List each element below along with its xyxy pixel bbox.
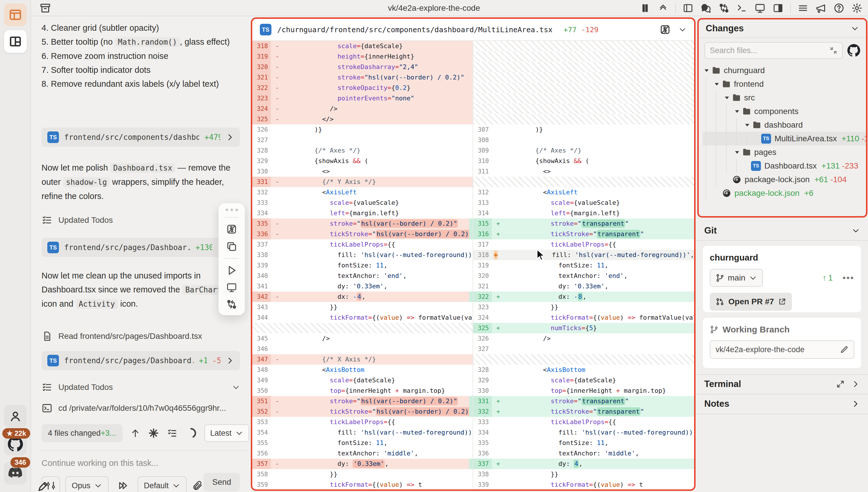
- caret-down-icon[interactable]: [744, 122, 751, 128]
- git-compare-icon[interactable]: [718, 2, 730, 14]
- diff-line: 339 fontSize: 11,: [252, 260, 473, 271]
- diff-line: 338 }}: [473, 469, 694, 479]
- workspace-tab-button[interactable]: [4, 3, 27, 26]
- account-button[interactable]: [4, 405, 27, 427]
- panel-left-icon[interactable]: [682, 2, 694, 14]
- tree-file-Dashboard.tsx[interactable]: TSDashboard.tsx+131 -233: [703, 159, 866, 173]
- drag-dots-icon[interactable]: [226, 208, 238, 211]
- monitor-icon[interactable]: [754, 2, 766, 14]
- caret-down-icon[interactable]: [723, 94, 731, 101]
- caret-down-icon[interactable]: [713, 81, 721, 88]
- chevron-down-icon[interactable]: [851, 24, 859, 32]
- updated-todos-row[interactable]: Updated Todos: [42, 382, 240, 393]
- arrow-up-icon[interactable]: [130, 427, 141, 439]
- caret-down-icon[interactable]: [733, 108, 741, 115]
- file-change-chip[interactable]: TS frontend/src/components/dashboa... +4…: [42, 128, 240, 147]
- terminal-command-row[interactable]: cd /private/var/folders/10/h7w0q46556ggr…: [42, 403, 240, 414]
- tree-folder-pages[interactable]: pages: [703, 145, 866, 159]
- version-dropdown[interactable]: Latest: [204, 424, 249, 442]
- send-button[interactable]: Send: [204, 473, 240, 491]
- floating-toolbar[interactable]: [218, 203, 245, 315]
- terminal-section-header[interactable]: Terminal: [696, 375, 868, 393]
- notes-section-header[interactable]: Notes: [696, 395, 868, 413]
- todo-list-icon[interactable]: [167, 427, 178, 439]
- line-number: 354: [252, 427, 271, 438]
- board-tab-button[interactable]: [4, 30, 27, 53]
- diff-line: 318- scale={dateScale}: [252, 41, 473, 51]
- model-dropdown[interactable]: Opus: [65, 476, 109, 492]
- mode-dropdown[interactable]: Default: [138, 476, 187, 492]
- diff-stats: +77 -129: [563, 26, 598, 34]
- chat-bubbles-icon[interactable]: [700, 2, 712, 14]
- message-input[interactable]: Continue working on this task...: [42, 458, 240, 468]
- paperclip-icon[interactable]: [192, 480, 204, 491]
- panel-right-icon[interactable]: [772, 2, 784, 14]
- tree-folder-components[interactable]: components: [703, 104, 866, 118]
- inline-code: Activity: [76, 299, 118, 309]
- terminal-icon[interactable]: [736, 2, 748, 14]
- github-button[interactable]: ★ 22k: [4, 433, 27, 456]
- more-options-button[interactable]: •••: [842, 273, 854, 283]
- help-icon[interactable]: [833, 2, 845, 14]
- copy-icon[interactable]: [226, 241, 237, 252]
- tree-item-label: src: [744, 93, 755, 102]
- typescript-icon: TS: [751, 161, 761, 171]
- tree-item-label: frontend: [734, 79, 764, 89]
- assistant-todo-list: 4. Cleaner grid (subtler opacity)5. Bett…: [42, 21, 240, 91]
- collapse-icon[interactable]: [829, 46, 838, 54]
- collapse-up-icon[interactable]: [657, 2, 669, 14]
- chevron-right-icon[interactable]: [851, 380, 860, 389]
- caret-down-icon[interactable]: [703, 67, 710, 74]
- pause-icon[interactable]: [639, 2, 651, 14]
- kanban-icon: [9, 35, 22, 48]
- tree-folder-frontend[interactable]: frontend: [703, 77, 866, 91]
- diff-marker: +: [492, 293, 505, 300]
- tree-folder-dashboard[interactable]: dashboard: [703, 118, 866, 132]
- diff-line: 324 tickFormat={(value) => formatValue(v…: [473, 313, 694, 323]
- branch-dropdown[interactable]: main: [710, 269, 763, 287]
- tree-file-MultiLineArea.tsx[interactable]: TSMultiLineArea.tsx+110 -162: [703, 132, 866, 145]
- pencil-icon[interactable]: [840, 345, 848, 354]
- expand-icon[interactable]: [836, 380, 845, 389]
- git-compare-icon[interactable]: [226, 299, 237, 310]
- diff-line: 354 fill: 'hsl(var(--muted-foreground))'…: [252, 427, 473, 438]
- tree-folder-churnguard[interactable]: churnguard: [703, 64, 866, 77]
- open-pr-button[interactable]: Open PR #7: [710, 293, 792, 311]
- ahead-count: ↑1: [822, 273, 833, 282]
- chevron-right-icon[interactable]: [851, 399, 860, 408]
- diff-line: 331+ stroke="transparent": [473, 396, 694, 407]
- play-icon[interactable]: [226, 265, 237, 276]
- chevron-down-icon[interactable]: [678, 26, 686, 34]
- monitor-icon[interactable]: [226, 282, 237, 293]
- line-number: 329: [473, 375, 492, 386]
- tree-file-package-lock.json[interactable]: package-lock.json+61 -104: [703, 173, 866, 186]
- tree-file-package-lock.json[interactable]: package-lock.json+6: [703, 186, 866, 200]
- megaphone-icon[interactable]: [815, 2, 827, 14]
- file-change-chip[interactable]: TS frontend/src/pages/Dashboar... +130 -…: [42, 238, 240, 257]
- chevron-down-icon[interactable]: [232, 383, 240, 391]
- diff-view-icon[interactable]: [659, 24, 671, 35]
- pen-icon[interactable]: [37, 480, 50, 492]
- fast-forward-button[interactable]: [114, 476, 132, 492]
- file-change-chip[interactable]: TS frontend/src/pages/Dashboard.tsx +1 -…: [42, 351, 240, 370]
- diff-file-icon[interactable]: [226, 223, 237, 235]
- spark-icon[interactable]: [148, 427, 159, 439]
- github-icon[interactable]: [847, 44, 860, 57]
- add-comment-button[interactable]: +: [493, 250, 498, 260]
- discord-button[interactable]: 346: [4, 462, 27, 485]
- settings-icon[interactable]: [851, 2, 863, 14]
- line-number: 336: [252, 229, 271, 239]
- diff-line: 329 scale={dateScale}: [473, 375, 694, 386]
- working-branch-input[interactable]: vk/4e2a-explore-the-code: [710, 340, 854, 359]
- git-section-header[interactable]: Git: [696, 222, 868, 240]
- menu-icon[interactable]: [797, 2, 809, 14]
- read-file-row[interactable]: Read frontend/src/pages/Dashboard.tsx: [42, 331, 240, 342]
- caret-down-icon[interactable]: [733, 149, 741, 156]
- line-number: 337: [473, 459, 492, 469]
- line-number: 328: [252, 145, 271, 156]
- search-files-input[interactable]: Search files...: [705, 42, 843, 59]
- updated-todos-row[interactable]: Updated Todos: [42, 215, 240, 226]
- files-changed-chip[interactable]: 4 files changed +3...: [42, 424, 122, 442]
- archive-icon[interactable]: [40, 2, 51, 14]
- tree-folder-src[interactable]: src: [703, 91, 866, 104]
